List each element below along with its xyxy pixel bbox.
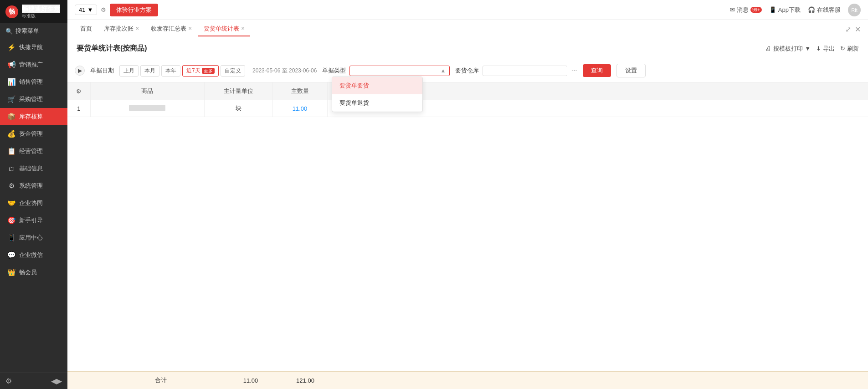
row-product <box>90 100 204 117</box>
export-label: 导出 <box>823 45 835 53</box>
basic-icon: 🗂 <box>7 165 15 173</box>
tab-receipt-summary-close[interactable]: ✕ <box>188 26 192 31</box>
online-service-btn[interactable]: 🎧 在线客服 <box>808 6 841 14</box>
sidebar-item-basic[interactable]: 🗂 基础信息 <box>0 160 67 177</box>
page-title: 要货单统计表(按商品) <box>77 44 147 53</box>
filter-more-icon[interactable]: ··· <box>571 67 577 75</box>
date-7days[interactable]: 近7天 更多 <box>182 65 219 77</box>
dropdown-item-order-return[interactable]: 要货单退货 <box>332 94 422 112</box>
sidebar-item-label: 基础信息 <box>19 164 43 173</box>
sidebar-item-sales[interactable]: 📊 销售管理 <box>0 73 67 91</box>
tab-home-label: 首页 <box>80 25 92 33</box>
enterprise-icon: 🤝 <box>7 199 15 207</box>
date-7days-label: 近7天 <box>186 67 200 74</box>
tab-close-all-icon[interactable]: ✕ <box>855 25 861 33</box>
type-filter-chevron-up[interactable]: ▲ <box>441 67 446 74</box>
sidebar-item-label: 企业协同 <box>19 199 43 207</box>
quick-nav-icon: ⚡ <box>7 43 15 51</box>
sidebar-item-purchase[interactable]: 🛒 采购管理 <box>0 91 67 108</box>
app-center-icon: 📱 <box>7 234 15 242</box>
date-filter-label: 单据日期 <box>90 67 114 75</box>
tab-batch-account-close[interactable]: ✕ <box>135 26 139 31</box>
sidebar-item-marketing[interactable]: 📢 营销推广 <box>0 56 67 73</box>
sales-icon: 📊 <box>7 78 15 86</box>
sidebar-item-label: 采购管理 <box>19 95 43 103</box>
logo-icon: 畅 <box>5 5 18 18</box>
table-settings-button[interactable]: 设置 <box>616 64 646 77</box>
sidebar-item-system[interactable]: ⚙ 系统管理 <box>0 177 67 194</box>
settings-header-icon[interactable]: ⚙ <box>101 6 106 13</box>
date-curr-month[interactable]: 本月 <box>140 65 159 77</box>
store-id: 41 <box>79 6 85 13</box>
type-dropdown-menu: 要货单要货 要货单退货 <box>332 77 423 112</box>
sidebar-item-guide[interactable]: 🎯 新手引导 <box>0 212 67 229</box>
sidebar-item-label: 应用中心 <box>19 234 43 242</box>
tab-order-stats-close[interactable]: ✕ <box>241 26 245 31</box>
sidebar-item-label: 资金管理 <box>19 130 43 138</box>
sidebar-item-member[interactable]: 👑 畅会员 <box>0 264 67 281</box>
user-avatar[interactable]: Rit <box>848 4 861 16</box>
sidebar-item-label: 畅会员 <box>19 268 37 276</box>
col-empty-header <box>382 82 868 100</box>
col-unit-header: 主计量单位 <box>204 82 272 100</box>
row-qty: 11.00 <box>272 100 327 117</box>
type-filter-input[interactable] <box>354 67 440 74</box>
sidebar-search[interactable]: 🔍 搜索菜单 <box>0 23 67 39</box>
warehouse-filter-input[interactable] <box>483 66 567 76</box>
sidebar-item-app-center[interactable]: 📱 应用中心 <box>0 229 67 246</box>
filter-expand-button[interactable]: ▶ <box>75 66 85 76</box>
sidebar-item-label: 新手引导 <box>19 216 43 225</box>
sidebar-item-inventory[interactable]: 📦 库存核算 <box>0 108 67 125</box>
sidebar-item-quick-nav[interactable]: ⚡ 快捷导航 <box>0 39 67 56</box>
col-settings-header[interactable]: ⚙ <box>67 82 90 100</box>
col-product-header: 商品 <box>90 82 204 100</box>
store-selector[interactable]: 41 ▼ <box>75 5 97 15</box>
print-dropdown-icon: ▼ <box>805 45 811 52</box>
print-icon: 🖨 <box>765 45 771 52</box>
trial-button[interactable]: 体验行业方案 <box>110 4 158 16</box>
row-no: 1 <box>67 100 90 117</box>
sidebar-item-enterprise[interactable]: 🤝 企业协同 <box>0 194 67 212</box>
sidebar-bottom: ⚙ ◀▶ <box>0 373 67 389</box>
sidebar-item-operation[interactable]: 📋 经营管理 <box>0 143 67 160</box>
footer-qty: 11.00 <box>243 377 258 384</box>
sidebar-logo: 畅 畅捷通好生意 标准版 <box>0 0 67 23</box>
refresh-button[interactable]: ↻ 刷新 <box>840 45 859 53</box>
tab-order-stats[interactable]: 要货单统计表 ✕ <box>198 22 250 36</box>
table-row: 1 块 11.00 121.00 <box>67 100 868 117</box>
page-content: 要货单统计表(按商品) 🖨 按模板打印 ▼ ⬇ 导出 ↻ 刷新 ▶ <box>67 38 868 389</box>
tab-home[interactable]: 首页 <box>75 22 98 36</box>
type-filter-input-wrapper[interactable]: ▲ <box>349 66 450 76</box>
sidebar: 畅 畅捷通好生意 标准版 🔍 搜索菜单 ⚡ 快捷导航 📢 营销推广 📊 销售管理… <box>0 0 67 389</box>
sidebar-item-label: 销售管理 <box>19 78 43 86</box>
print-label: 按模板打印 <box>773 45 803 53</box>
sidebar-item-label: 系统管理 <box>19 182 43 190</box>
tab-batch-account[interactable]: 库存批次账 ✕ <box>98 22 144 36</box>
sidebar-item-label: 企业微信 <box>19 251 43 259</box>
weixin-icon: 💬 <box>7 251 15 259</box>
sidebar-item-finance[interactable]: 💰 资金管理 <box>0 125 67 143</box>
user-name-display: Rit <box>851 7 857 13</box>
dropdown-item-order-goods[interactable]: 要货单要货 <box>332 77 422 94</box>
collapse-icon[interactable]: ◀▶ <box>51 377 62 385</box>
tab-maximize-icon[interactable]: ⤢ <box>845 25 851 33</box>
messages-btn[interactable]: ✉ 消息 99+ <box>730 6 762 14</box>
query-button[interactable]: 查询 <box>583 64 611 77</box>
type-filter-label: 单据类型 <box>322 67 346 75</box>
sidebar-item-weixin[interactable]: 💬 企业微信 <box>0 246 67 264</box>
system-icon: ⚙ <box>7 182 15 190</box>
logo-sub-text: 标准版 <box>22 13 60 19</box>
date-prev-month[interactable]: 上月 <box>119 65 139 77</box>
member-icon: 👑 <box>7 268 15 276</box>
export-button[interactable]: ⬇ 导出 <box>816 45 835 53</box>
settings-bottom-icon[interactable]: ⚙ <box>5 377 12 385</box>
date-custom[interactable]: 自定义 <box>221 65 245 77</box>
search-icon: 🔍 <box>5 28 13 35</box>
app-download-btn[interactable]: 📱 App下载 <box>769 6 801 14</box>
print-button[interactable]: 🖨 按模板打印 ▼ <box>765 45 811 53</box>
tab-receipt-summary[interactable]: 收发存汇总表 ✕ <box>145 22 197 36</box>
row-unit: 块 <box>204 100 272 117</box>
logo-main-text: 畅捷通好生意 <box>22 5 60 13</box>
page-header: 要货单统计表(按商品) 🖨 按模板打印 ▼ ⬇ 导出 ↻ 刷新 <box>67 38 868 59</box>
date-curr-year[interactable]: 本年 <box>161 65 180 77</box>
